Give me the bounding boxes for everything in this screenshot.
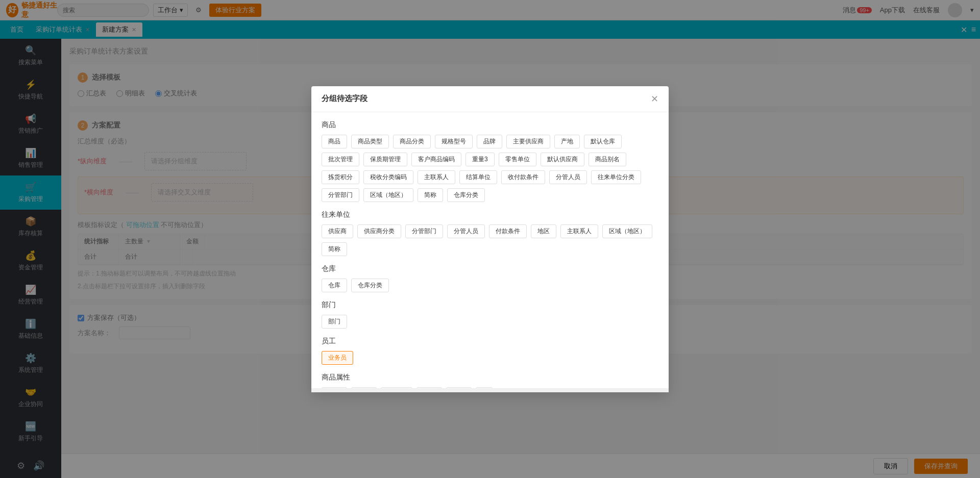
modal-section-product: 商品 xyxy=(322,120,658,130)
counterparty-tags: 供应商供应商分类分管部门分管人员付款条件地区主联系人区域（地区）简称 xyxy=(322,224,658,256)
list-item[interactable]: 简称 xyxy=(418,188,443,202)
list-item[interactable]: 供应商 xyxy=(322,224,353,238)
list-item[interactable]: 区域（地区） xyxy=(363,188,413,202)
list-item[interactable]: 商品分类 xyxy=(393,135,431,148)
list-item[interactable]: 默认供应商 xyxy=(541,153,584,166)
modal-section-department: 部门 xyxy=(322,300,658,310)
modal-section-warehouse: 仓库 xyxy=(322,264,658,273)
list-item[interactable]: 结算单位 xyxy=(459,170,497,184)
list-item[interactable]: 业务员 xyxy=(322,351,353,365)
list-item[interactable]: 商品类型 xyxy=(351,135,389,148)
list-item[interactable]: 仓库分类 xyxy=(447,188,485,202)
department-tags: 部门 xyxy=(322,315,658,329)
list-item[interactable]: 品牌 xyxy=(477,135,502,148)
modal-overlay: 分组待选字段 ✕ 商品 商品商品类型商品分类规格型号品牌主要供应商产地默认仓库批… xyxy=(0,0,980,478)
list-item[interactable]: 保质期管理 xyxy=(363,153,407,166)
list-item[interactable]: 零售单位 xyxy=(499,153,536,166)
list-item[interactable]: 商品 xyxy=(322,135,347,148)
list-item[interactable]: 仓库分类 xyxy=(351,279,389,292)
list-item[interactable]: 主联系人 xyxy=(418,170,455,184)
list-item[interactable]: 批次管理 xyxy=(322,153,359,166)
employee-tags: 业务员 xyxy=(322,351,658,365)
modal-section-employee: 员工 xyxy=(322,337,658,346)
list-item[interactable]: 重量3 xyxy=(465,153,495,166)
list-item[interactable]: 主要供应商 xyxy=(506,135,550,148)
list-item[interactable]: 区域（地区） xyxy=(602,224,652,238)
list-item[interactable]: 规格型号 xyxy=(435,135,473,148)
list-item[interactable]: 地区 xyxy=(531,224,556,238)
product-tags: 商品商品类型商品分类规格型号品牌主要供应商产地默认仓库批次管理保质期管理客户商品… xyxy=(322,135,658,202)
modal-section-product-attr: 商品属性 xyxy=(322,373,658,382)
list-item[interactable]: 部门 xyxy=(322,315,347,329)
list-item[interactable]: 税收分类编码 xyxy=(363,170,413,184)
list-item[interactable]: 客户商品编码 xyxy=(411,153,461,166)
warehouse-tags: 仓库仓库分类 xyxy=(322,279,658,292)
list-item[interactable]: 付款条件 xyxy=(489,224,527,238)
list-item[interactable]: 商品别名 xyxy=(589,153,626,166)
list-item[interactable]: 分管人员 xyxy=(549,170,587,184)
modal-section-counterparty: 往来单位 xyxy=(322,210,658,219)
list-item[interactable]: 主联系人 xyxy=(560,224,598,238)
list-item[interactable]: 仓库 xyxy=(322,279,347,292)
list-item[interactable]: 供应商分类 xyxy=(357,224,401,238)
modal-header: 分组待选字段 ✕ xyxy=(311,86,669,112)
list-item[interactable]: 拣货积分 xyxy=(322,170,359,184)
modal-title: 分组待选字段 xyxy=(322,94,368,104)
modal-body: 商品 商品商品类型商品分类规格型号品牌主要供应商产地默认仓库批次管理保质期管理客… xyxy=(311,112,669,388)
modal-close-button[interactable]: ✕ xyxy=(651,93,658,105)
list-item[interactable]: 分管部门 xyxy=(322,188,359,202)
list-item[interactable]: 分管人员 xyxy=(447,224,485,238)
list-item[interactable]: 收付款条件 xyxy=(501,170,545,184)
list-item[interactable]: 简称 xyxy=(322,242,347,256)
list-item[interactable]: 默认仓库 xyxy=(584,135,622,148)
list-item[interactable]: 产地 xyxy=(554,135,580,148)
list-item[interactable]: 往来单位分类 xyxy=(591,170,641,184)
modal: 分组待选字段 ✕ 商品 商品商品类型商品分类规格型号品牌主要供应商产地默认仓库批… xyxy=(311,86,669,392)
list-item[interactable]: 分管部门 xyxy=(405,224,443,238)
modal-scrollbar[interactable] xyxy=(311,388,669,392)
